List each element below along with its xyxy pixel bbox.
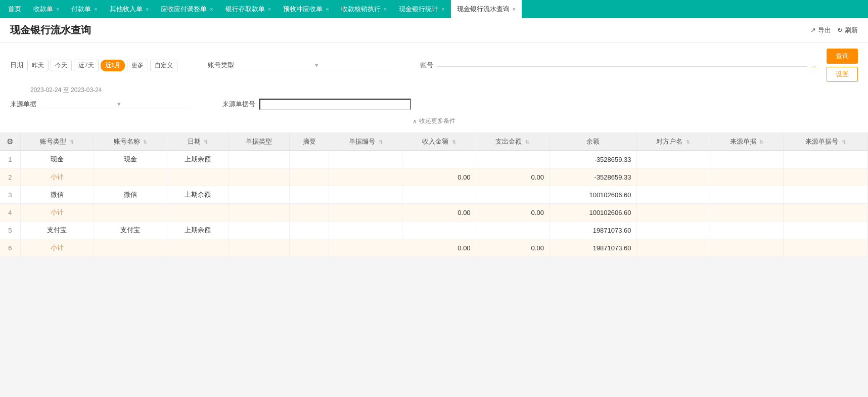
table-row[interactable]: 6小计0.000.0019871073.60 [0, 239, 868, 257]
account-type-dropdown-icon: ▾ [315, 61, 387, 69]
cell-account-type: 现金 [20, 151, 94, 168]
col-counterparty[interactable]: 对方户名 ⇅ [636, 133, 710, 151]
cell-doc-type [229, 151, 290, 168]
header-actions: ↗ 导出 ↻ 刷新 [810, 26, 858, 35]
cell-balance: 19871073.60 [549, 239, 636, 257]
cell-num: 5 [0, 222, 20, 239]
cell-doc-no [329, 204, 402, 222]
page-header: 现金银行流水查询 ↗ 导出 ↻ 刷新 [0, 18, 868, 42]
cell-counterparty [636, 186, 710, 204]
date-label: 日期 [10, 61, 23, 70]
refresh-button[interactable]: ↻ 刷新 [837, 26, 858, 35]
col-income[interactable]: 收入金额 ⇅ [402, 133, 476, 151]
col-source-doc[interactable]: 来源单据 ⇅ [710, 133, 783, 151]
nav-collection-exec[interactable]: 收款核销执行 × [335, 0, 393, 18]
cell-expense: 0.00 [476, 239, 549, 257]
source-doc-no-input[interactable] [259, 99, 411, 110]
cell-balance: 100102606.60 [549, 204, 636, 222]
nav-prepaid[interactable]: 预收冲应收单 × [277, 0, 335, 18]
cell-account-name [94, 239, 167, 257]
date-7days[interactable]: 近7天 [74, 60, 99, 71]
col-account-name[interactable]: 账号名称 ⇅ [94, 133, 167, 151]
table-row[interactable]: 5支付宝支付宝上期余额19871073.60 [0, 222, 868, 239]
sort-icon: ⇅ [143, 139, 147, 145]
cell-source-doc-no [784, 168, 868, 186]
nav-bank-deposit[interactable]: 银行存取款单 × [219, 0, 277, 18]
sort-icon: ⇅ [842, 139, 846, 145]
collapse-label: 收起更多条件 [419, 117, 455, 125]
col-doc-type[interactable]: 单据类型 [229, 133, 290, 151]
table-row[interactable]: 2小计0.000.00-3528659.33 [0, 168, 868, 186]
date-custom[interactable]: 自定义 [150, 60, 177, 71]
date-1month[interactable]: 近1月 [101, 60, 125, 71]
nav-cash-stats[interactable]: 现金银行统计 × [393, 0, 450, 18]
cell-source-doc-no [784, 151, 868, 168]
close-icon[interactable]: × [513, 6, 516, 12]
cell-num: 4 [0, 204, 20, 222]
source-doc-filter-group: 来源单据 ▾ [10, 99, 192, 109]
gear-icon[interactable]: ⚙ [7, 137, 13, 146]
cell-source-doc [710, 204, 783, 222]
cell-doc-type [229, 239, 290, 257]
cell-date: 上期余额 [167, 222, 229, 239]
cell-income [402, 222, 476, 239]
close-icon[interactable]: × [441, 6, 444, 12]
cell-source-doc [710, 186, 783, 204]
nav-receipt[interactable]: 收款单 × [27, 0, 65, 18]
account-type-label: 账号类型 [208, 61, 234, 70]
nav-adjustment[interactable]: 应收应付调整单 × [155, 0, 219, 18]
date-range-display: 2023-02-24 至 2023-03-24 [28, 86, 858, 95]
nav-payment[interactable]: 付款单 × [65, 0, 103, 18]
cell-num: 3 [0, 186, 20, 204]
col-gear[interactable]: ⚙ [0, 133, 20, 151]
account-type-select[interactable]: ▾ [238, 60, 390, 70]
cell-date [167, 204, 229, 222]
col-date[interactable]: 日期 ⇅ [167, 133, 229, 151]
col-doc-no[interactable]: 单据编号 ⇅ [329, 133, 402, 151]
close-icon[interactable]: × [94, 6, 97, 12]
col-summary[interactable]: 摘要 [290, 133, 329, 151]
date-yesterday[interactable]: 昨天 [27, 60, 49, 71]
close-icon[interactable]: × [326, 6, 329, 12]
close-icon[interactable]: × [210, 6, 213, 12]
source-doc-select[interactable]: ▾ [40, 99, 192, 109]
table-row[interactable]: 4小计0.000.00100102606.60 [0, 204, 868, 222]
nav-cash-flow[interactable]: 现金银行流水查询 × [451, 0, 522, 18]
nav-home[interactable]: 首页 [2, 0, 27, 18]
close-icon[interactable]: × [56, 6, 59, 12]
close-icon[interactable]: × [268, 6, 271, 12]
date-more[interactable]: 更多 [127, 60, 148, 71]
table-row[interactable]: 3微信微信上期余额100102606.60 [0, 186, 868, 204]
cell-doc-type [229, 204, 290, 222]
sort-icon: ⇅ [70, 139, 74, 145]
col-balance[interactable]: 余额 [549, 133, 636, 151]
collapse-up-icon: ∧ [413, 118, 417, 125]
col-source-doc-no-label: 来源单据号 [805, 138, 838, 145]
close-icon[interactable]: × [146, 6, 149, 12]
query-button[interactable]: 查询 [827, 49, 858, 64]
cell-account-type: 支付宝 [20, 222, 94, 239]
close-icon[interactable]: × [384, 6, 387, 12]
cell-doc-no [329, 239, 402, 257]
cell-account-name [94, 204, 167, 222]
cell-counterparty [636, 204, 710, 222]
settings-button[interactable]: 设置 [827, 67, 858, 82]
col-account-type[interactable]: 账号类型 ⇅ [20, 133, 94, 151]
table-row[interactable]: 1现金现金上期余额-3528659.33 [0, 151, 868, 168]
cell-balance: 19871073.60 [549, 222, 636, 239]
cell-account-name: 支付宝 [94, 222, 167, 239]
date-filter-group: 日期 昨天 今天 近7天 近1月 更多 自定义 [10, 60, 177, 71]
cell-source-doc [710, 168, 783, 186]
sort-icon: ⇅ [379, 139, 383, 145]
cell-doc-no [329, 186, 402, 204]
col-source-doc-no[interactable]: 来源单据号 ⇅ [784, 133, 868, 151]
date-today[interactable]: 今天 [51, 60, 72, 71]
col-expense[interactable]: 支出金额 ⇅ [476, 133, 549, 151]
nav-other-income[interactable]: 其他收入单 × [104, 0, 155, 18]
sort-icon: ⇅ [525, 139, 529, 145]
account-more-btn[interactable]: ... [811, 62, 816, 69]
cell-expense: 0.00 [476, 204, 549, 222]
export-button[interactable]: ↗ 导出 [810, 26, 831, 35]
collapse-bar[interactable]: ∧ 收起更多条件 [10, 114, 858, 126]
cell-num: 2 [0, 168, 20, 186]
